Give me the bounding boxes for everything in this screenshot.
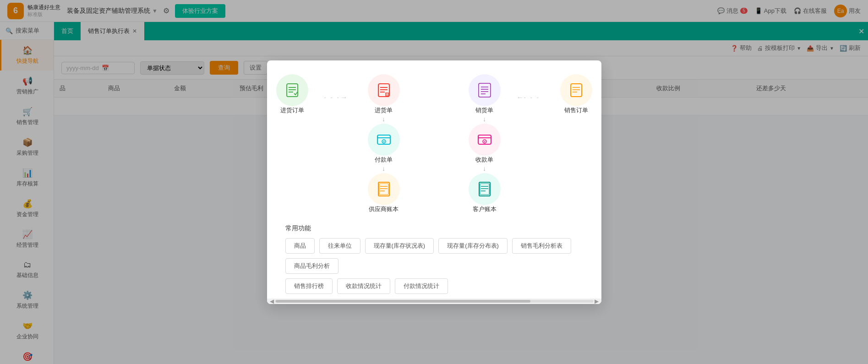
func-btn-product[interactable]: 商品 <box>285 238 315 254</box>
scrollbar-thumb[interactable] <box>276 300 531 303</box>
svg-rect-26 <box>378 182 389 196</box>
arrow-down-purchase-bill: ↓ <box>382 115 385 123</box>
supplier-ledger-label: 供应商账本 <box>369 205 399 213</box>
flow-node-customer-ledger[interactable]: 客户账本 <box>453 173 517 213</box>
flow-node-purchase-bill[interactable]: 进货单 <box>352 74 416 114</box>
receipt-bill-label: 收款单 <box>475 156 493 164</box>
flow-node-payment-bill[interactable]: ¥ 付款单 <box>352 124 416 164</box>
func-buttons-row1: 商品 往来单位 现存量(库存状况表) 现存量(库存分布表) 销售毛利分析表 商品… <box>285 238 583 274</box>
func-btn-receipt-stats[interactable]: 收款情况统计 <box>337 278 390 294</box>
func-btn-inventory-dist[interactable]: 现存量(库存分布表) <box>438 238 508 254</box>
svg-text:¥: ¥ <box>483 140 486 144</box>
payment-bill-circle: ¥ <box>368 124 400 156</box>
flow-node-receipt-bill[interactable]: ¥ 收款单 <box>453 124 517 164</box>
arrow-down-receipt: ↓ <box>483 165 486 172</box>
func-btn-partners[interactable]: 往来单位 <box>319 238 360 254</box>
func-btn-inventory-status[interactable]: 现存量(库存状况表) <box>365 238 434 254</box>
purchase-order-label: 进货订单 <box>280 106 304 114</box>
purchase-order-circle <box>276 74 308 106</box>
scrollbar-track[interactable] <box>275 300 594 303</box>
svg-text:¥: ¥ <box>382 140 385 144</box>
common-functions-title: 常用功能 <box>285 224 583 233</box>
func-buttons-row2: 销售排行榜 收款情况统计 付款情况统计 <box>285 278 583 294</box>
sales-bill-circle <box>469 74 501 106</box>
arrow-down-payment: ↓ <box>382 165 385 172</box>
svg-rect-31 <box>479 182 490 196</box>
purchase-bill-circle <box>368 74 400 106</box>
flow-node-supplier-ledger[interactable]: 供应商账本 <box>352 173 416 213</box>
purchase-bill-label: 进货单 <box>375 106 393 114</box>
svg-rect-9 <box>479 83 491 97</box>
payment-bill-label: 付款单 <box>375 156 393 164</box>
func-btn-sales-rank[interactable]: 销售排行榜 <box>285 278 333 294</box>
scroll-right-icon[interactable]: ▶ <box>594 298 600 304</box>
scroll-left-icon[interactable]: ◀ <box>269 298 275 304</box>
flow-node-purchase-order[interactable]: 进货订单 <box>267 74 324 114</box>
customer-ledger-label: 客户账本 <box>473 205 497 213</box>
svg-rect-32 <box>480 184 489 195</box>
arrow-down-sales-bill: ↓ <box>483 115 486 123</box>
flow-node-sales-bill[interactable]: 销货单 <box>453 74 517 114</box>
overlay[interactable]: 进货订单 - - - → 进货单 <box>0 0 868 364</box>
func-btn-product-gross[interactable]: 商品毛利分析 <box>285 258 338 274</box>
sales-bill-label: 销货单 <box>475 106 493 114</box>
flow-node-sales-order[interactable]: 销售订单 <box>544 74 601 114</box>
flow-popup: 进货订单 - - - → 进货单 <box>267 60 601 304</box>
func-btn-sales-gross[interactable]: 销售毛利分析表 <box>512 238 571 254</box>
func-btn-payment-stats[interactable]: 付款情况统计 <box>395 278 448 294</box>
customer-ledger-circle <box>469 173 501 205</box>
svg-rect-14 <box>571 84 582 97</box>
common-functions: 常用功能 商品 往来单位 现存量(库存状况表) 现存量(库存分布表) 销售毛利分… <box>285 224 583 294</box>
receipt-bill-circle: ¥ <box>469 124 501 156</box>
popup-scrollbar[interactable]: ◀ ▶ <box>267 299 601 304</box>
supplier-ledger-circle <box>368 173 400 205</box>
sales-order-circle <box>560 74 592 106</box>
svg-rect-27 <box>379 184 388 195</box>
sales-order-label: 销售订单 <box>564 106 588 114</box>
